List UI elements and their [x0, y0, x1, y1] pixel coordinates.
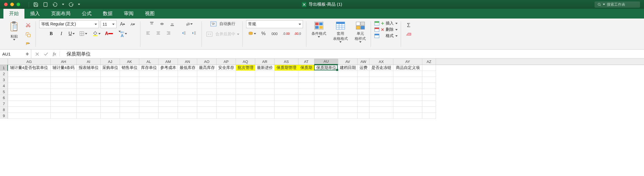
percent-button[interactable]: % — [259, 30, 268, 37]
cell[interactable] — [159, 101, 178, 107]
cell[interactable]: 保质期单位 — [314, 65, 338, 71]
cell[interactable] — [139, 77, 159, 83]
cell[interactable] — [217, 89, 236, 95]
increase-font-button[interactable]: A — [118, 21, 127, 28]
cell[interactable] — [77, 101, 101, 107]
cell[interactable] — [197, 83, 217, 89]
cell[interactable] — [422, 71, 436, 77]
cell[interactable] — [358, 101, 369, 107]
cell[interactable] — [120, 71, 139, 77]
cell[interactable] — [298, 101, 314, 107]
cell[interactable] — [422, 89, 436, 95]
column-header[interactable]: AV — [338, 59, 358, 65]
cell[interactable] — [255, 113, 275, 119]
font-size-combo[interactable]: 11 — [101, 20, 117, 28]
cell[interactable] — [422, 101, 436, 107]
cell[interactable] — [314, 83, 338, 89]
column-header[interactable]: AP — [217, 59, 236, 65]
cell[interactable] — [120, 113, 139, 119]
cell[interactable] — [393, 83, 422, 89]
format-cells-button[interactable]: 格式 — [374, 33, 398, 38]
cell[interactable]: 安全库存 — [217, 65, 236, 71]
delete-cells-button[interactable]: 删除 — [374, 27, 398, 32]
accept-formula-icon[interactable] — [44, 52, 48, 56]
cell[interactable] — [178, 95, 197, 101]
cell[interactable] — [8, 113, 51, 119]
cell[interactable] — [314, 77, 338, 83]
cell[interactable] — [101, 77, 120, 83]
cell[interactable] — [8, 89, 51, 95]
cell[interactable] — [51, 89, 77, 95]
cell[interactable] — [298, 89, 314, 95]
cell[interactable] — [358, 107, 369, 113]
column-header[interactable]: AM — [159, 59, 178, 65]
cell[interactable] — [338, 83, 358, 89]
cell[interactable] — [255, 107, 275, 113]
cell[interactable] — [178, 113, 197, 119]
cell[interactable]: 建档日期 — [338, 65, 358, 71]
align-center-button[interactable] — [154, 29, 163, 37]
cell[interactable] — [51, 71, 77, 77]
cell[interactable] — [422, 95, 436, 101]
minimize-window-icon[interactable] — [10, 3, 14, 6]
cell[interactable] — [338, 71, 358, 77]
cell[interactable] — [314, 107, 338, 113]
cell[interactable]: 辅计量4条码 — [51, 65, 77, 71]
cell[interactable] — [159, 83, 178, 89]
cell[interactable] — [217, 95, 236, 101]
fx-icon[interactable]: fx — [53, 52, 60, 56]
autosum-button[interactable]: Σ — [404, 21, 413, 29]
align-right-button[interactable] — [164, 29, 173, 37]
cell[interactable] — [236, 113, 255, 119]
tab-review[interactable]: 审阅 — [118, 8, 139, 19]
cell[interactable] — [255, 95, 275, 101]
cell[interactable] — [255, 89, 275, 95]
cell[interactable] — [8, 95, 51, 101]
cell[interactable] — [77, 77, 101, 83]
align-top-button[interactable] — [148, 20, 156, 28]
conditional-format-button[interactable]: 条件格式 — [310, 21, 328, 38]
format-painter-button[interactable] — [24, 41, 32, 48]
tab-home[interactable]: 开始 — [3, 8, 24, 19]
cell[interactable] — [298, 107, 314, 113]
row-header[interactable]: 9 — [0, 113, 8, 119]
paste-dropdown-icon[interactable] — [13, 39, 15, 40]
decrease-font-button[interactable]: A — [128, 21, 137, 28]
cell[interactable] — [298, 95, 314, 101]
cell[interactable] — [77, 113, 101, 119]
cell[interactable] — [77, 83, 101, 89]
cell[interactable] — [120, 101, 139, 107]
cell[interactable] — [358, 83, 369, 89]
cell[interactable] — [8, 83, 51, 89]
cell[interactable] — [217, 83, 236, 89]
cell[interactable]: 保质期 — [298, 65, 314, 71]
cell[interactable] — [422, 77, 436, 83]
cell[interactable] — [422, 65, 436, 71]
increase-decimal-button[interactable]: .0.00 — [281, 30, 291, 37]
cell[interactable] — [8, 101, 51, 107]
column-header[interactable]: AJ — [101, 59, 120, 65]
paste-button[interactable]: 粘贴 — [7, 20, 21, 41]
column-header[interactable]: AN — [178, 59, 197, 65]
cell[interactable] — [393, 101, 422, 107]
cell[interactable] — [422, 83, 436, 89]
cell[interactable] — [159, 71, 178, 77]
cell[interactable] — [101, 95, 120, 101]
cell[interactable] — [197, 95, 217, 101]
row-header[interactable]: 2 — [0, 71, 8, 77]
cell[interactable]: 最新进价 — [255, 65, 275, 71]
cell[interactable]: 批次管理 — [236, 65, 255, 71]
cell[interactable] — [358, 71, 369, 77]
cell[interactable] — [393, 89, 422, 95]
undo-icon[interactable] — [52, 2, 58, 7]
cell[interactable] — [369, 89, 393, 95]
currency-button[interactable] — [247, 30, 257, 37]
cell[interactable] — [393, 113, 422, 119]
italic-button[interactable]: I — [57, 30, 66, 37]
search-input[interactable] — [607, 2, 637, 7]
cell[interactable]: 辅计量4是否包装单位 — [8, 65, 51, 71]
cell[interactable] — [217, 101, 236, 107]
cell[interactable] — [77, 95, 101, 101]
cell[interactable] — [139, 101, 159, 107]
cell[interactable] — [369, 77, 393, 83]
